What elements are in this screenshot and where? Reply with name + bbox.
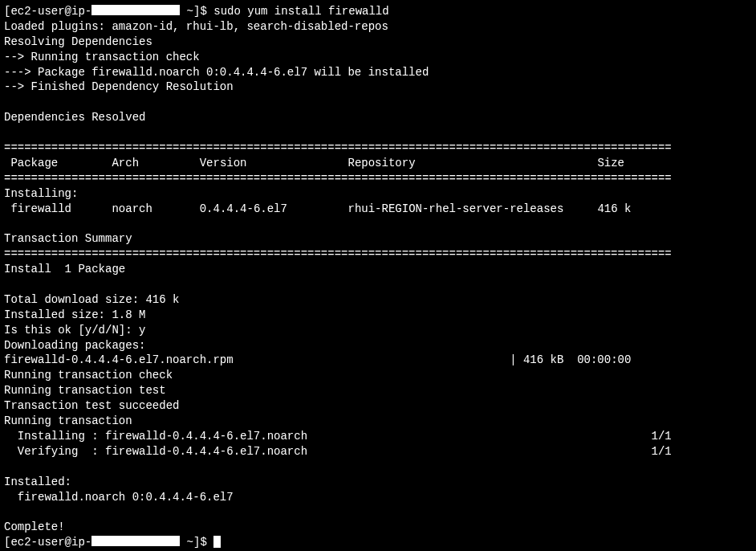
output-line: Complete! (4, 520, 65, 533)
prompt-suffix: ~]$ (180, 536, 213, 549)
prompt-suffix: ~]$ (180, 5, 213, 18)
install-step: Installing : firewalld-0.4.4.4-6.el7.noa… (4, 430, 307, 443)
table-header-repository: Repository (348, 157, 416, 169)
rpm-progress: | 416 kB 00:00:00 (510, 353, 631, 366)
output-line: Installing: (4, 187, 78, 200)
table-header-size: Size (597, 157, 624, 169)
terminal-cursor[interactable] (213, 536, 221, 548)
redacted-ip (91, 5, 180, 15)
progress-count: 1/1 (652, 430, 672, 443)
output-line: Total download size: 416 k (4, 293, 179, 306)
command-text: sudo yum install firewalld (213, 5, 388, 18)
progress-count: 1/1 (652, 445, 672, 458)
table-header-version: Version (200, 157, 247, 169)
prompt-prefix: [ec2-user@ip- (4, 5, 91, 18)
output-line: firewalld.noarch 0:0.4.4.4-6.el7 (4, 491, 234, 504)
output-line: --> Finished Dependency Resolution (4, 80, 234, 93)
table-cell-size: 416 k (597, 202, 631, 215)
output-line: Dependencies Resolved (4, 111, 145, 124)
output-line: Downloading packages: (4, 339, 145, 352)
output-line: ---> Package firewalld.noarch 0:0.4.4.4-… (4, 66, 429, 79)
output-line: Install 1 Package (4, 263, 125, 276)
output-line: Running transaction check (4, 369, 173, 382)
redacted-ip (91, 536, 180, 546)
verify-step: Verifying : firewalld-0.4.4.4-6.el7.noar… (4, 445, 307, 458)
output-line: Running transaction (4, 414, 132, 427)
output-line: Running transaction test (4, 384, 166, 397)
table-header-arch: Arch (112, 157, 139, 169)
rpm-file: firewalld-0.4.4.4-6.el7.noarch.rpm (4, 353, 234, 366)
output-line: Resolving Dependencies (4, 35, 152, 48)
output-line: Loaded plugins: amazon-id, rhui-lb, sear… (4, 20, 388, 33)
output-line: Installed size: 1.8 M (4, 308, 145, 321)
output-line: Installed: (4, 475, 71, 488)
output-line: --> Running transaction check (4, 51, 200, 63)
output-line: Transaction test succeeded (4, 399, 179, 412)
table-cell-repo: rhui-REGION-rhel-server-releases (348, 202, 564, 215)
prompt-prefix: [ec2-user@ip- (4, 536, 91, 549)
confirm-prompt: Is this ok [y/d/N]: y (4, 324, 145, 337)
table-cell-version: 0.4.4.4-6.el7 (200, 202, 287, 215)
table-cell-arch: noarch (112, 202, 152, 215)
output-line: Transaction Summary (4, 232, 132, 245)
terminal-output[interactable]: [ec2-user@ip- ~]$ sudo yum install firew… (4, 4, 752, 550)
table-header-package: Package (4, 157, 58, 169)
table-cell-package: firewalld (4, 202, 71, 215)
